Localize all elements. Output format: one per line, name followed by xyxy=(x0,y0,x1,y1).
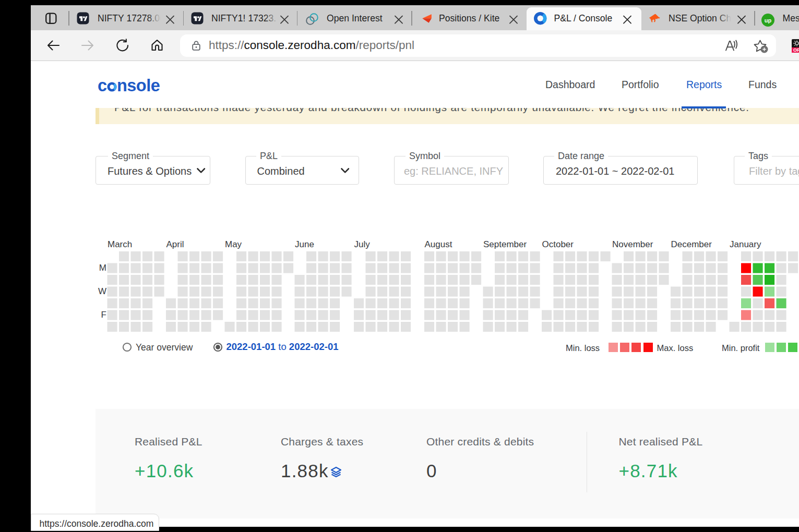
svg-text:up: up xyxy=(765,17,772,23)
